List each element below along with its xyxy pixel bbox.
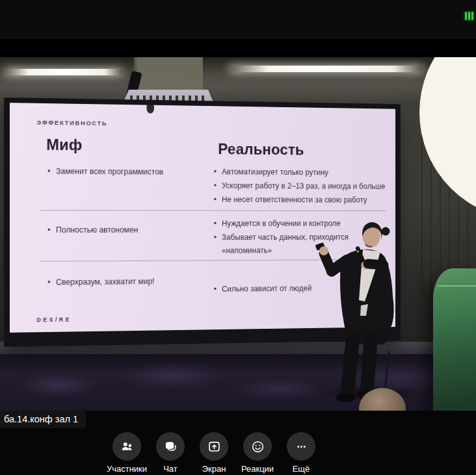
list-item: Не несет ответственности за свою работу: [222, 193, 395, 207]
participants-icon: [112, 432, 141, 461]
room-name-badge: ба.14.конф зал 1: [0, 411, 86, 428]
reality-list-row1: Автоматизирует только рутину Ускоряет ра…: [213, 166, 395, 208]
reactions-label: Реакции: [241, 464, 274, 474]
slide-eyebrow: ЭФФЕКТИВНОСТЬ: [36, 119, 107, 127]
connection-signal-icon: [465, 12, 473, 20]
list-item: Заменит всех программистов: [56, 165, 200, 179]
signal-bar: [471, 12, 473, 20]
myth-list-row1: Заменит всех программистов: [47, 165, 200, 180]
chat-icon: [156, 432, 185, 461]
meeting-app-window: ЭФФЕКТИВНОСТЬ Миф Реальность Заменит все…: [0, 0, 476, 475]
screen-share-icon: [200, 432, 228, 461]
reactions-icon: [243, 432, 272, 461]
list-item: Сверхразум, захватит мир!: [56, 275, 206, 290]
list-item: Ускоряет работу в 2–13 раз, а иногда и б…: [222, 179, 395, 193]
more-label: Ещё: [293, 464, 310, 474]
more-button[interactable]: Ещё: [280, 432, 323, 474]
screen-share-button[interactable]: Экран: [192, 432, 236, 474]
signal-bar: [465, 12, 467, 20]
ceiling-light-strip: [5, 69, 122, 75]
chat-button[interactable]: Чат: [149, 432, 192, 474]
reactions-button[interactable]: Реакции: [236, 432, 280, 474]
presenter-person: [300, 208, 421, 411]
brand-logo: DES/RE: [36, 316, 71, 324]
green-chair: [433, 268, 476, 411]
more-icon: [287, 432, 315, 461]
myth-heading: Миф: [46, 136, 82, 154]
participants-button[interactable]: Участники: [105, 432, 149, 474]
ceiling-light-strip: [229, 66, 423, 72]
myth-list-row3: Сверхразум, захватит мир!: [47, 275, 205, 290]
main-video-feed: ЭФФЕКТИВНОСТЬ Миф Реальность Заменит все…: [0, 39, 476, 411]
participants-label: Участники: [107, 464, 147, 474]
signal-bar: [468, 12, 470, 20]
top-bar: [0, 0, 476, 39]
list-item: Автоматизирует только рутину: [222, 166, 395, 180]
chat-label: Чат: [163, 464, 178, 474]
screen-share-label: Экран: [202, 464, 226, 474]
list-item: Полностью автономен: [56, 224, 200, 237]
reality-heading: Реальность: [218, 140, 304, 159]
screen-camera: [146, 103, 153, 113]
conference-room-scene: ЭФФЕКТИВНОСТЬ Миф Реальность Заменит все…: [0, 57, 476, 411]
myth-list-row2: Полностью автономен: [47, 224, 200, 238]
toolbar-buttons-group: Участники Чат Экран: [105, 432, 323, 474]
